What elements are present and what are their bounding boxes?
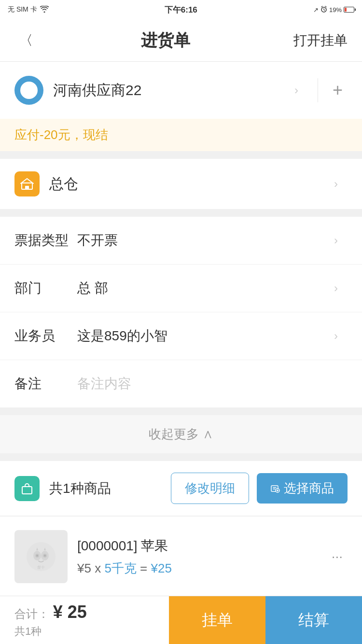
warehouse-name: 总仓 [49,174,334,194]
total-label: 合计： [14,607,49,620]
salesperson-chevron-icon: › [334,329,338,343]
status-left: 无 SIM 卡 [8,5,49,14]
product-count: 共1种商品 [49,479,171,498]
warehouse-section: 总仓 › [0,159,362,209]
collapse-row[interactable]: 收起更多 ∧ [0,415,362,453]
equals: = [137,561,151,575]
department-value: 总 部 [72,279,334,297]
quantity: 5千克 [104,561,136,575]
form-section: 票据类型 不开票 › 部门 总 部 › 业务员 这是859的小智 › 备注 备注… [0,217,362,407]
nav-bar: 〈 进货单 打开挂单 [0,19,362,62]
invoice-row[interactable]: 票据类型 不开票 › [0,217,362,265]
invoice-value: 不开票 [72,231,334,250]
battery-percent: 19% [329,6,342,14]
wifi-icon [40,6,49,14]
remark-row[interactable]: 备注 备注内容 [0,360,362,407]
warehouse-row[interactable]: 总仓 › [0,159,362,209]
product-section: 共1种商品 修改明细 选择商品 [0,461,362,597]
select-product-button[interactable]: 选择商品 [257,473,348,504]
salesperson-value: 这是859的小智 [72,327,334,345]
warehouse-chevron-icon: › [334,177,338,191]
invoice-chevron-icon: › [334,234,338,247]
supplier-section: 河南供应商22 › + 应付-20元，现结 [0,62,362,151]
product-title: 苹果 [141,538,168,553]
supplier-divider [318,78,318,102]
product-item: 督十 [0000001] 苹果 ¥5 x 5千克 = ¥25 ··· [0,516,362,597]
supplier-name: 河南供应商22 [53,81,294,100]
department-row[interactable]: 部门 总 部 › [0,265,362,312]
battery-icon [344,7,354,13]
checkout-button[interactable]: 结算 [265,596,362,644]
select-product-label: 选择商品 [284,480,334,497]
status-right: ↗ 19% [313,6,354,14]
add-supplier-button[interactable]: + [328,75,348,105]
department-chevron-icon: › [334,281,338,295]
total-amount: ¥ 25 [53,602,87,622]
svg-point-11 [36,555,38,557]
product-name: [0000001] 苹果 [77,537,327,555]
svg-rect-3 [22,487,32,494]
subtotal: ¥25 [151,561,171,575]
product-header: 共1种商品 修改明细 选择商品 [0,461,362,516]
status-bar: 无 SIM 卡 下午6:16 ↗ 19% [0,0,362,19]
total-sub: 共1种 [14,624,154,639]
supplier-avatar [14,76,43,105]
salesperson-row[interactable]: 业务员 这是859的小智 › [0,312,362,360]
product-price-row: ¥5 x 5千克 = ¥25 [77,560,327,577]
status-time: 下午6:16 [165,4,197,15]
product-info: [0000001] 苹果 ¥5 x 5千克 = ¥25 [77,537,327,577]
hang-button[interactable]: 挂单 [169,596,265,644]
svg-point-12 [44,555,46,557]
location-icon: ↗ [313,6,319,14]
svg-text:督十: 督十 [37,565,45,570]
salesperson-label: 业务员 [14,327,72,345]
edit-detail-button[interactable]: 修改明细 [171,473,249,504]
product-thumbnail: 督十 [14,530,68,583]
warehouse-icon [14,171,40,196]
supplier-row[interactable]: 河南供应商22 › + [0,62,362,119]
product-more-button[interactable]: ··· [327,544,348,569]
invoice-label: 票据类型 [14,231,72,250]
carrier-label: 无 SIM 卡 [8,5,37,14]
svg-rect-2 [25,186,29,189]
back-button[interactable]: 〈 [14,27,38,55]
product-id: [0000001] [77,538,141,553]
credit-notice: 应付-20元，现结 [0,119,362,151]
open-hang-button[interactable]: 打开挂单 [293,31,348,50]
supplier-chevron-icon: › [294,84,298,97]
unit-price: ¥5 x [77,561,104,575]
product-bag-icon [14,476,40,501]
page-title: 进货单 [141,29,190,52]
total-section: 合计： ¥ 25 共1种 [0,602,169,639]
bottom-bar: 合计： ¥ 25 共1种 挂单 结算 [0,596,362,644]
alarm-icon [320,6,327,14]
remark-input[interactable]: 备注内容 [72,375,348,393]
department-label: 部门 [14,279,72,297]
remark-label: 备注 [14,375,72,393]
